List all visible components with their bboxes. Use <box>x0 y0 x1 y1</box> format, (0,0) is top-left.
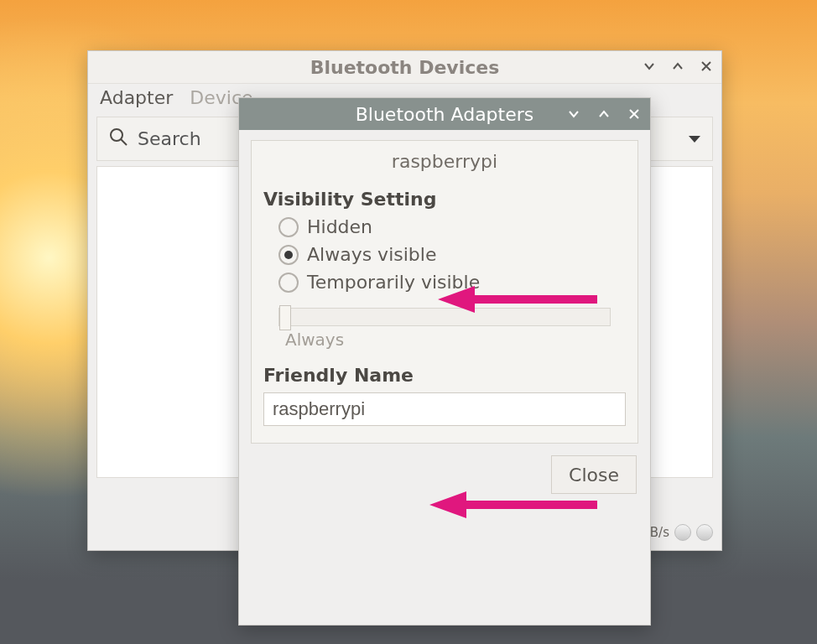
devices-title: Bluetooth Devices <box>310 57 500 78</box>
adapters-titlebar[interactable]: Bluetooth Adapters <box>239 98 650 130</box>
maximize-icon[interactable] <box>595 105 613 123</box>
dialog-button-row: Close <box>251 444 638 494</box>
minimize-icon[interactable] <box>565 105 583 123</box>
slider-thumb[interactable] <box>279 305 291 330</box>
close-button-label: Close <box>569 465 619 486</box>
visibility-option-label: Always visible <box>307 244 436 265</box>
adapter-display-name: raspberrypi <box>263 148 626 184</box>
visibility-option-temporary[interactable]: Temporarily visible <box>278 272 626 293</box>
radio-icon <box>278 273 299 293</box>
radio-icon <box>278 217 299 237</box>
close-icon[interactable] <box>697 57 716 75</box>
svg-line-1 <box>121 139 127 145</box>
adapters-title: Bluetooth Adapters <box>356 104 534 125</box>
maximize-icon[interactable] <box>669 57 687 75</box>
adapters-panel: raspberrypi Visibility Setting Hidden Al… <box>251 140 638 444</box>
visibility-option-always[interactable]: Always visible <box>278 244 626 265</box>
devices-window-controls <box>640 57 716 75</box>
search-button[interactable]: Search <box>102 122 206 155</box>
visibility-option-label: Hidden <box>307 216 372 237</box>
friendly-name-section-label: Friendly Name <box>263 365 626 386</box>
radio-icon <box>278 245 299 265</box>
search-label: Search <box>138 128 201 149</box>
close-icon[interactable] <box>625 105 643 123</box>
menu-adapter[interactable]: Adapter <box>100 87 173 108</box>
visibility-option-hidden[interactable]: Hidden <box>278 216 626 237</box>
friendly-name-input[interactable] <box>263 392 626 426</box>
toolbar-menu-caret[interactable] <box>682 131 707 147</box>
bluetooth-adapters-dialog: Bluetooth Adapters raspberrypi Visibilit… <box>238 97 651 626</box>
search-icon <box>107 126 129 152</box>
status-indicator-rx-icon <box>674 524 691 541</box>
visibility-section-label: Visibility Setting <box>263 189 626 210</box>
status-indicator-tx-icon <box>696 524 713 541</box>
status-rate: B/s <box>650 525 669 540</box>
svg-point-0 <box>111 129 122 141</box>
devices-titlebar[interactable]: Bluetooth Devices <box>88 51 721 84</box>
visibility-option-label: Temporarily visible <box>307 272 480 293</box>
close-button[interactable]: Close <box>551 455 637 494</box>
minimize-icon[interactable] <box>640 57 658 75</box>
slider-caption: Always <box>285 330 626 350</box>
visibility-timeout-slider[interactable] <box>278 308 611 326</box>
adapters-body: raspberrypi Visibility Setting Hidden Al… <box>239 130 650 507</box>
adapters-window-controls <box>565 105 643 123</box>
